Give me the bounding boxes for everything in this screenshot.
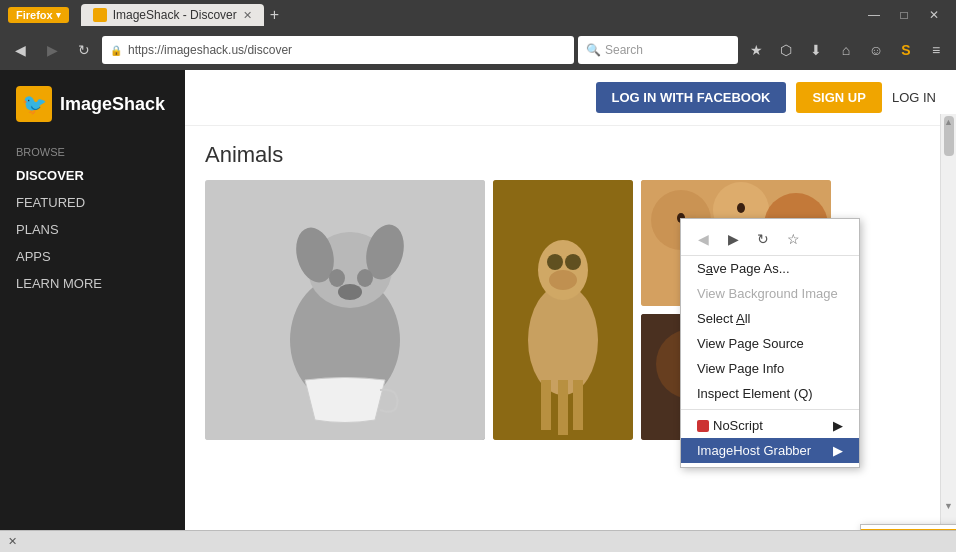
ctx-imagehost-grabber[interactable]: ImageHost Grabber ▶: [681, 438, 859, 463]
context-menu: ◀ ▶ ↻ ☆ Save Page As... View Background …: [680, 218, 860, 468]
svg-point-7: [338, 284, 362, 300]
minimize-button[interactable]: —: [860, 5, 888, 25]
search-placeholder: Search: [605, 43, 643, 57]
active-tab[interactable]: ImageShack - Discover ✕: [81, 4, 264, 26]
sidebar: 🐦 ImageShack Browse DISCOVER FEATURED PL…: [0, 70, 185, 530]
context-menu-nav-row: ◀ ▶ ↻ ☆: [681, 223, 859, 256]
imagehost-submenu-arrow: ▶: [833, 443, 843, 458]
ctx-refresh-button[interactable]: ↻: [749, 227, 777, 251]
emoji-button[interactable]: ☺: [862, 36, 890, 64]
ctx-bookmark-button[interactable]: ☆: [779, 227, 807, 251]
tab-bar: ImageShack - Discover ✕ +: [81, 4, 856, 26]
logo-icon: 🐦: [16, 86, 52, 122]
svg-point-24: [737, 203, 745, 213]
window-controls: — □ ✕: [860, 5, 948, 25]
submenu-get-all-pics[interactable]: Get all pics on page: [861, 529, 956, 530]
signup-button[interactable]: SIGN UP: [796, 82, 881, 113]
status-bar: ✕: [0, 530, 956, 552]
ctx-inspect[interactable]: Inspect Element (Q): [681, 381, 859, 406]
menu-button[interactable]: ≡: [922, 36, 950, 64]
dog-image: [205, 180, 485, 440]
noscript-submenu-arrow: ▶: [833, 418, 843, 433]
ctx-forward-button[interactable]: ▶: [719, 227, 747, 251]
ctx-save-page[interactable]: Save Page As...: [681, 256, 859, 281]
maximize-button[interactable]: □: [890, 5, 918, 25]
login-button[interactable]: LOG IN: [892, 90, 936, 105]
svg-point-5: [329, 269, 345, 287]
home-button[interactable]: ⌂: [832, 36, 860, 64]
page-header: LOG IN WITH FACEBOOK SIGN UP LOG IN: [185, 70, 956, 126]
page-content: LOG IN WITH FACEBOOK SIGN UP LOG IN Anim…: [185, 70, 956, 530]
page-title: Animals: [205, 142, 936, 168]
ctx-noscript[interactable]: NoScript ▶: [681, 413, 859, 438]
main-area: 🐦 ImageShack Browse DISCOVER FEATURED PL…: [0, 70, 956, 530]
ctx-view-info[interactable]: View Page Info: [681, 356, 859, 381]
animals-image: [493, 180, 633, 440]
tab-title: ImageShack - Discover: [113, 8, 237, 22]
sidebar-item-featured[interactable]: FEATURED: [0, 189, 185, 216]
sidebar-item-plans[interactable]: PLANS: [0, 216, 185, 243]
ctx-view-source[interactable]: View Page Source: [681, 331, 859, 356]
scroll-up-arrow[interactable]: ▲: [941, 114, 956, 130]
logo-text: ImageShack: [60, 94, 165, 115]
bookmark-star-button[interactable]: ★: [742, 36, 770, 64]
facebook-login-button[interactable]: LOG IN WITH FACEBOOK: [596, 82, 787, 113]
lock-icon: 🔒: [110, 45, 122, 56]
svg-rect-13: [573, 380, 583, 430]
firefox-label: Firefox: [16, 9, 53, 21]
toolbar-icons: ★ ⬡ ⬇ ⌂ ☺ S ≡: [742, 36, 950, 64]
sidebar-item-apps[interactable]: APPS: [0, 243, 185, 270]
svg-point-15: [565, 254, 581, 270]
address-bar[interactable]: 🔒 https://imageshack.us/discover: [102, 36, 574, 64]
tab-close-button[interactable]: ✕: [243, 9, 252, 22]
new-tab-button[interactable]: +: [264, 4, 285, 26]
noscript-icon: [697, 420, 709, 432]
svg-point-14: [547, 254, 563, 270]
download-button[interactable]: ⬇: [802, 36, 830, 64]
title-bar: Firefox ImageShack - Discover ✕ + — □ ✕: [0, 0, 956, 30]
sync-button[interactable]: S: [892, 36, 920, 64]
logo-area: 🐦 ImageShack: [0, 86, 185, 138]
sidebar-item-discover[interactable]: DISCOVER: [0, 162, 185, 189]
tab-favicon: [93, 8, 107, 22]
ctx-separator-1: [681, 409, 859, 410]
address-text: https://imageshack.us/discover: [128, 43, 566, 57]
svg-rect-12: [558, 380, 568, 435]
context-submenu: Get all pics on page Suck the current th…: [860, 524, 956, 530]
forward-button[interactable]: ▶: [38, 36, 66, 64]
browse-label: Browse: [0, 138, 185, 162]
scroll-down-arrow[interactable]: ▼: [941, 498, 956, 514]
search-icon: 🔍: [586, 43, 601, 57]
search-bar[interactable]: 🔍 Search: [578, 36, 738, 64]
svg-point-6: [357, 269, 373, 287]
svg-rect-11: [541, 380, 551, 430]
nav-bar: ◀ ▶ ↻ 🔒 https://imageshack.us/discover 🔍…: [0, 30, 956, 70]
sidebar-item-learn-more[interactable]: LEARN MORE: [0, 270, 185, 297]
back-button[interactable]: ◀: [6, 36, 34, 64]
pocket-button[interactable]: ⬡: [772, 36, 800, 64]
close-button[interactable]: ✕: [920, 5, 948, 25]
svg-point-16: [549, 270, 577, 290]
browser-frame: Firefox ImageShack - Discover ✕ + — □ ✕ …: [0, 0, 956, 552]
ctx-back-button[interactable]: ◀: [689, 227, 717, 251]
firefox-menu-button[interactable]: Firefox: [8, 7, 69, 23]
svg-point-9: [528, 285, 598, 395]
refresh-button[interactable]: ↻: [70, 36, 98, 64]
ctx-select-all[interactable]: Select All: [681, 306, 859, 331]
context-menu-wrapper: ◀ ▶ ↻ ☆ Save Page As... View Background …: [680, 218, 956, 468]
ctx-view-background: View Background Image: [681, 281, 859, 306]
status-close-icon[interactable]: ✕: [8, 535, 17, 548]
